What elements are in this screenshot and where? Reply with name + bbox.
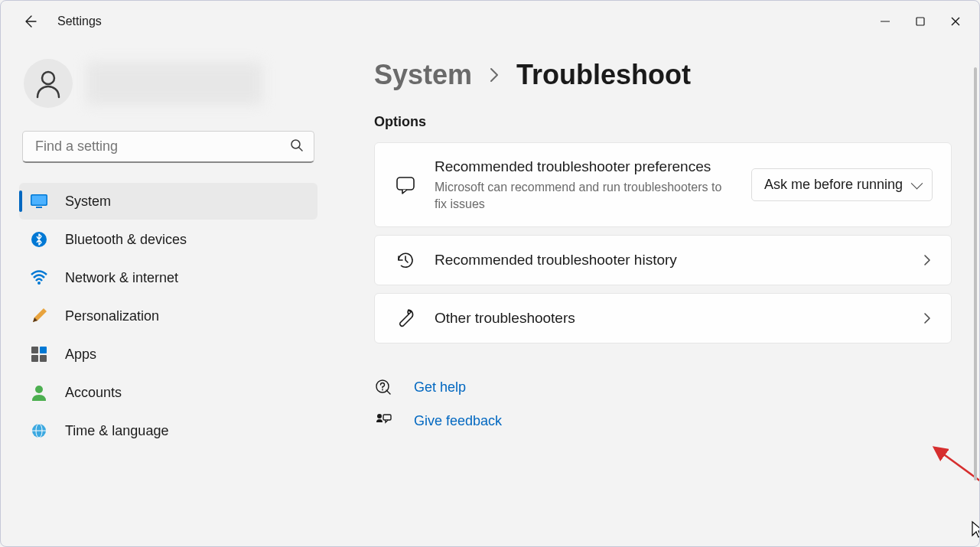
card-title: Recommended troubleshooter history xyxy=(435,250,905,271)
sidebar-item-time-language[interactable]: Time & language xyxy=(19,412,317,449)
close-button[interactable] xyxy=(938,6,973,37)
breadcrumb-parent[interactable]: System xyxy=(374,59,472,91)
search-icon xyxy=(290,138,304,155)
system-icon xyxy=(30,192,48,210)
svg-line-6 xyxy=(299,148,302,151)
minimize-icon xyxy=(880,16,890,27)
person-icon xyxy=(33,68,63,99)
annotation-arrow xyxy=(933,444,979,543)
main: System Troubleshoot Options Recommended … xyxy=(336,42,979,547)
svg-point-11 xyxy=(37,282,41,285)
help-icon xyxy=(374,379,392,396)
history-icon xyxy=(393,249,418,271)
svg-rect-20 xyxy=(397,177,414,190)
scrollbar[interactable] xyxy=(974,67,977,480)
section-title: Options xyxy=(374,114,952,130)
sidebar-item-label: Time & language xyxy=(65,423,168,439)
svg-rect-1 xyxy=(917,18,924,25)
back-button[interactable] xyxy=(15,6,45,37)
sidebar-item-label: Personalization xyxy=(65,308,159,324)
card-troubleshooter-preferences: Recommended troubleshooter preferences M… xyxy=(374,142,952,227)
apps-icon xyxy=(30,345,48,363)
sidebar-item-label: System xyxy=(65,194,111,210)
card-subtitle: Microsoft can recommend and run troubles… xyxy=(435,179,734,213)
preferences-dropdown[interactable]: Ask me before running xyxy=(751,168,933,201)
sidebar-item-label: Accounts xyxy=(65,385,122,401)
app-title: Settings xyxy=(57,15,102,28)
minimize-button[interactable] xyxy=(868,6,903,37)
time-language-icon xyxy=(30,422,48,440)
back-arrow-icon xyxy=(22,14,37,29)
sidebar-item-label: Bluetooth & devices xyxy=(65,232,187,248)
link-label: Get help xyxy=(414,379,466,396)
sidebar-item-apps[interactable]: Apps xyxy=(19,336,317,373)
card-title: Other troubleshooters xyxy=(435,308,905,329)
feedback-icon xyxy=(374,412,392,429)
chevron-right-icon xyxy=(922,252,933,268)
sidebar: System Bluetooth & devices Network & int… xyxy=(1,42,336,547)
nav: System Bluetooth & devices Network & int… xyxy=(19,183,317,449)
svg-point-22 xyxy=(382,389,383,391)
cursor-icon xyxy=(971,520,979,540)
sidebar-item-bluetooth[interactable]: Bluetooth & devices xyxy=(19,221,317,258)
svg-rect-25 xyxy=(383,415,391,420)
svg-rect-8 xyxy=(32,196,47,205)
svg-rect-14 xyxy=(31,355,38,362)
svg-point-16 xyxy=(35,386,43,393)
sidebar-item-accounts[interactable]: Accounts xyxy=(19,374,317,411)
search-wrap xyxy=(22,131,314,163)
wrench-icon xyxy=(393,308,418,329)
breadcrumb-current: Troubleshoot xyxy=(516,59,691,91)
titlebar: Settings xyxy=(1,1,979,42)
sidebar-item-system[interactable]: System xyxy=(19,183,317,220)
window-controls xyxy=(868,6,973,37)
svg-point-24 xyxy=(377,414,382,418)
sidebar-item-network[interactable]: Network & internet xyxy=(19,259,317,296)
svg-rect-15 xyxy=(40,355,47,362)
svg-point-4 xyxy=(42,72,54,84)
chat-icon xyxy=(393,174,418,196)
card-troubleshooter-history[interactable]: Recommended troubleshooter history xyxy=(374,235,952,285)
svg-point-5 xyxy=(291,140,300,148)
personalization-icon xyxy=(30,307,48,325)
accounts-icon xyxy=(30,383,48,402)
sidebar-item-label: Apps xyxy=(65,347,96,363)
network-icon xyxy=(30,269,48,287)
user-name-redacted xyxy=(86,62,262,105)
close-icon xyxy=(950,16,961,27)
chevron-right-icon xyxy=(922,311,933,326)
get-help-link[interactable]: Get help xyxy=(374,379,952,396)
sidebar-item-personalization[interactable]: Personalization xyxy=(19,298,317,334)
search-input[interactable] xyxy=(22,131,314,163)
card-title: Recommended troubleshooter preferences xyxy=(435,157,734,177)
svg-rect-9 xyxy=(36,207,42,208)
link-label: Give feedback xyxy=(414,413,502,429)
chevron-right-icon xyxy=(487,66,501,84)
svg-rect-12 xyxy=(31,347,38,353)
breadcrumb: System Troubleshoot xyxy=(374,59,952,91)
bluetooth-icon xyxy=(30,230,48,249)
dropdown-value: Ask me before running xyxy=(764,177,903,192)
maximize-icon xyxy=(915,16,926,27)
avatar xyxy=(24,59,73,108)
give-feedback-link[interactable]: Give feedback xyxy=(374,412,952,429)
maximize-button[interactable] xyxy=(903,6,938,37)
svg-rect-13 xyxy=(40,347,47,353)
card-other-troubleshooters[interactable]: Other troubleshooters xyxy=(374,293,952,344)
sidebar-item-label: Network & internet xyxy=(65,270,178,286)
user-profile[interactable] xyxy=(19,42,317,131)
svg-line-23 xyxy=(386,390,390,394)
